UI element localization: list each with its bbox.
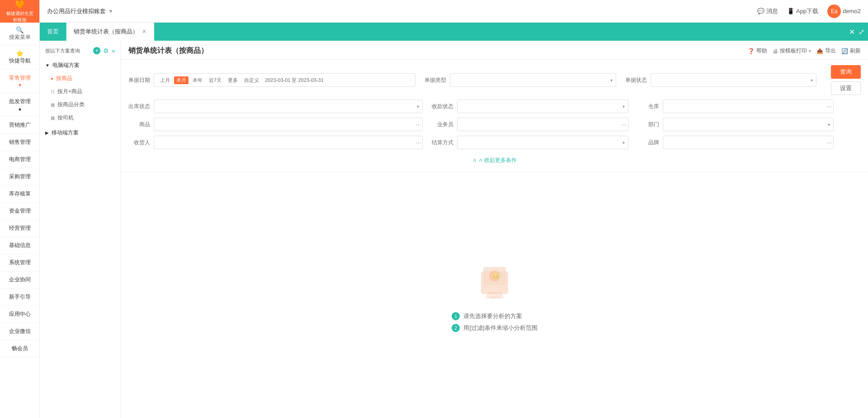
filter-group-desktop-header[interactable]: ▼ 电脑端方案 [40, 59, 121, 72]
sidebar-item-wholesale[interactable]: 批发管理 ▴ [0, 93, 39, 117]
date-tab-more[interactable]: 更多 [226, 76, 240, 84]
collapse-conditions-btn[interactable]: ∧ ∧ 收起更多条件 [128, 154, 861, 166]
tip-num-1: 1 [452, 312, 460, 320]
tip-num-2: 2 [452, 324, 460, 332]
brand-input[interactable] [663, 136, 834, 149]
date-input-wrap: 上月 本月 本年 近7天 更多 自定义 2023-03-01 至 2023-03… [154, 73, 415, 87]
tab-expand-icon[interactable]: ⤢ [859, 28, 864, 36]
goods-ellipsis-icon[interactable]: ··· [416, 121, 421, 128]
salesperson-ellipsis-icon[interactable]: ··· [621, 121, 627, 128]
app-download-btn[interactable]: 📱 App下载 [787, 7, 818, 15]
filter-field-dept: 部门 ▾ [637, 118, 834, 131]
item-label-by-month-goods: 按月+商品 [57, 88, 82, 95]
filter-form: 单据日期 上月 本月 本年 近7天 更多 自定义 [121, 60, 868, 172]
goods-input[interactable] [154, 118, 423, 131]
date-tabs: 上月 本月 本年 近7天 更多 自定义 [158, 76, 261, 84]
left-sidebar: 🧡 畅捷通好生意 标账版 🔍 搜索菜单 ⭐ 快捷导航 零售管理 ▾ 批发管理 ▴… [0, 0, 40, 418]
empty-illustration: 😊 [472, 258, 517, 303]
filter-sidebar-header: 按以下方案查询 + ⚙ « [40, 44, 121, 57]
warehouse-input[interactable] [663, 100, 834, 113]
settlement-input[interactable] [457, 136, 628, 149]
docstatus-input-wrap: 已生效 ▾ [651, 73, 816, 87]
date-tab-thisyear[interactable]: 本年 [190, 76, 205, 84]
collapse-sidebar-btn[interactable]: « [112, 47, 115, 54]
basics-label: 基础信息 [2, 242, 38, 249]
sidebar-item-finance[interactable]: 资金管理 [0, 203, 39, 220]
chevron-up-icon: ▴ [19, 105, 21, 112]
inventory-label: 库存核算 [2, 190, 38, 198]
settings-scheme-btn[interactable]: ⚙ [103, 47, 109, 54]
help-btn[interactable]: ❓ 帮助 [748, 47, 767, 55]
filter-item-by-category[interactable]: ▦ 按商品分类 [40, 98, 121, 111]
warehouse-input-wrap: ··· [663, 100, 834, 113]
print-btn[interactable]: 🖨 按模板打印 ▾ [773, 47, 811, 55]
filter-item-by-month-goods[interactable]: ☷ 按月+商品 [40, 85, 121, 98]
sidebar-item-ecommerce[interactable]: 电商管理 [0, 151, 39, 168]
date-range-input[interactable]: 上月 本月 本年 近7天 更多 自定义 2023-03-01 至 2023-03… [154, 73, 415, 87]
item-label-by-goods: 按商品 [56, 75, 72, 82]
app-logo: 🧡 畅捷通好生意 标账版 [0, 0, 39, 23]
filter-item-by-driver[interactable]: ▦ 按司机 [40, 111, 121, 124]
filter-row-1: 单据日期 上月 本月 本年 近7天 更多 自定义 [128, 65, 861, 95]
sidebar-item-enterprise[interactable]: 企业协同 [0, 271, 39, 289]
filter-field-date: 单据日期 上月 本月 本年 近7天 更多 自定义 [128, 73, 415, 87]
message-btn[interactable]: 💬 消息 [757, 7, 778, 15]
page-header-actions: ❓ 帮助 🖨 按模板打印 ▾ 📤 导出 🔄 刷新 [748, 47, 861, 55]
tab-close-window-icon[interactable]: ✕ [849, 28, 855, 36]
docstatus-input[interactable]: 已生效 [651, 73, 816, 87]
filter-item-by-goods[interactable]: ● 按商品 [40, 72, 121, 85]
dropdown-arrow[interactable]: ▾ [109, 8, 113, 14]
sidebar-item-retail[interactable]: 零售管理 ▾ [0, 70, 39, 93]
salesperson-input[interactable] [457, 118, 628, 131]
receiver-input[interactable] [154, 136, 423, 149]
sidebar-item-basics[interactable]: 基础信息 [0, 237, 39, 254]
sidebar-item-membership[interactable]: 畅会员 [0, 340, 39, 357]
date-tab-custom[interactable]: 自定义 [242, 76, 261, 84]
stock-input[interactable]: 已出库 [154, 100, 423, 113]
query-button[interactable]: 查询 [831, 65, 861, 79]
quick-nav-item[interactable]: ⭐ 快捷导航 [0, 45, 39, 70]
main-area: 办公用品行业模拟账套 ▾ 💬 消息 📱 App下载 Ea demo2 首页 [40, 0, 868, 418]
operations-label: 经营管理 [2, 224, 38, 232]
user-profile-btn[interactable]: Ea demo2 [827, 5, 861, 18]
sidebar-item-appstore[interactable]: 应用中心 [0, 306, 39, 323]
sidebar-item-inventory[interactable]: 库存核算 [0, 185, 39, 203]
tab-close-icon[interactable]: ✕ [142, 28, 146, 35]
print-label: 按模板打印 [780, 47, 807, 55]
date-tab-thismonth[interactable]: 本月 [174, 76, 189, 84]
sidebar-item-guide[interactable]: 新手引导 [0, 289, 39, 306]
filter-group-mobile-header[interactable]: ▶ 移动端方案 [40, 126, 121, 139]
date-label: 单据日期 [128, 76, 154, 84]
refresh-btn[interactable]: 🔄 刷新 [841, 47, 861, 55]
doctype-input[interactable]: 销货单 [450, 73, 616, 87]
dept-input[interactable] [663, 118, 834, 131]
empty-tip-1: 1 请先选择要分析的方案 [452, 312, 537, 320]
sidebar-item-system[interactable]: 系统管理 [0, 254, 39, 271]
search-menu-item[interactable]: 🔍 搜索菜单 [0, 23, 39, 45]
print-dropdown-icon[interactable]: ▾ [809, 48, 811, 53]
sidebar-item-sales[interactable]: 销售管理 [0, 134, 39, 151]
date-range-text: 2023-03-01 至 2023-03-31 [265, 77, 324, 84]
sidebar-item-marketing[interactable]: 营销推广 [0, 117, 39, 134]
message-label: 消息 [766, 7, 778, 15]
brand-ellipsis-icon[interactable]: ··· [826, 139, 832, 146]
receiver-ellipsis-icon[interactable]: ··· [416, 139, 421, 146]
retail-label: 零售管理 [2, 74, 38, 82]
tab-home[interactable]: 首页 [40, 23, 66, 41]
filter-field-goods: 商品 ··· [128, 118, 423, 131]
warehouse-ellipsis-icon[interactable]: ··· [826, 103, 832, 110]
tab-sales-stat[interactable]: 销货单统计表（按商品） ✕ [66, 23, 154, 41]
export-btn[interactable]: 📤 导出 [816, 47, 836, 55]
setting-button[interactable]: 设置 [831, 81, 861, 95]
sidebar-item-wechat[interactable]: 企业微信 [0, 323, 39, 340]
add-scheme-btn[interactable]: + [93, 47, 100, 54]
doctype-label: 单据类型 [425, 76, 450, 84]
sidebar-item-operations[interactable]: 经营管理 [0, 220, 39, 237]
date-tab-lastmonth[interactable]: 上月 [158, 76, 172, 84]
date-tab-7days[interactable]: 近7天 [207, 76, 224, 84]
sidebar-item-purchase[interactable]: 采购管理 [0, 168, 39, 185]
app-download-label: App下载 [796, 7, 818, 15]
sales-label: 销售管理 [2, 138, 38, 146]
dept-label: 部门 [637, 121, 663, 128]
payment-input[interactable] [457, 100, 628, 113]
